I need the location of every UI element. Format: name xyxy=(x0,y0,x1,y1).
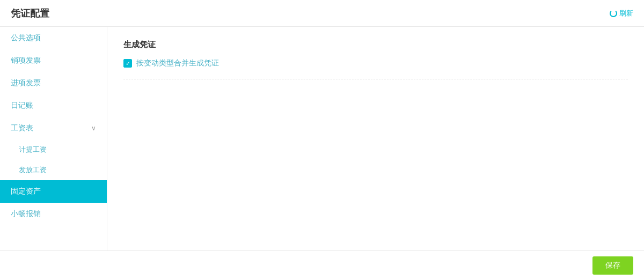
sidebar-item-expense-report[interactable]: 小畅报销 xyxy=(0,203,107,225)
sidebar-item-label: 销项发票 xyxy=(11,56,41,65)
sidebar-item-label: 日记账 xyxy=(11,101,33,110)
sidebar-subitem-payroll-distribution[interactable]: 发放工资 xyxy=(0,160,107,180)
sidebar: 公共选项销项发票进项发票日记账工资表∨计提工资发放工资固定资产小畅报销 xyxy=(0,27,107,250)
page-title: 凭证配置 xyxy=(11,7,49,20)
body-wrapper: 公共选项销项发票进项发票日记账工资表∨计提工资发放工资固定资产小畅报销 生成凭证… xyxy=(0,27,644,250)
refresh-icon xyxy=(610,10,617,17)
main-content: 生成凭证 按变动类型合并生成凭证 xyxy=(107,27,644,250)
sidebar-item-label: 小畅报销 xyxy=(11,209,41,219)
checkbox-row[interactable]: 按变动类型合并生成凭证 xyxy=(123,58,628,68)
refresh-label: 刷新 xyxy=(619,9,633,18)
sidebar-item-fixed-assets[interactable]: 固定资产 xyxy=(0,180,107,203)
section-title: 生成凭证 xyxy=(123,40,628,50)
footer: 保存 xyxy=(0,250,644,280)
save-button[interactable]: 保存 xyxy=(592,256,633,275)
sidebar-item-label: 公共选项 xyxy=(11,33,41,43)
sidebar-subitem-payroll-accrual[interactable]: 计提工资 xyxy=(0,139,107,160)
header: 凭证配置 刷新 xyxy=(0,0,644,27)
sidebar-item-label: 进项发票 xyxy=(11,78,41,88)
refresh-button[interactable]: 刷新 xyxy=(610,9,633,18)
sidebar-item-payroll[interactable]: 工资表∨ xyxy=(0,117,107,139)
checkbox-label[interactable]: 按变动类型合并生成凭证 xyxy=(136,58,219,68)
sidebar-item-journal[interactable]: 日记账 xyxy=(0,94,107,117)
sidebar-item-label: 固定资产 xyxy=(11,187,41,196)
merge-checkbox[interactable] xyxy=(123,59,132,68)
chevron-down-icon: ∨ xyxy=(91,124,96,132)
sidebar-item-public-options[interactable]: 公共选项 xyxy=(0,27,107,49)
sidebar-item-sales-invoice[interactable]: 销项发票 xyxy=(0,49,107,72)
sidebar-item-purchase-invoice[interactable]: 进项发票 xyxy=(0,72,107,94)
divider xyxy=(123,79,628,79)
sidebar-item-label: 工资表 xyxy=(11,123,33,133)
page-wrapper: 凭证配置 刷新 公共选项销项发票进项发票日记账工资表∨计提工资发放工资固定资产小… xyxy=(0,0,644,280)
